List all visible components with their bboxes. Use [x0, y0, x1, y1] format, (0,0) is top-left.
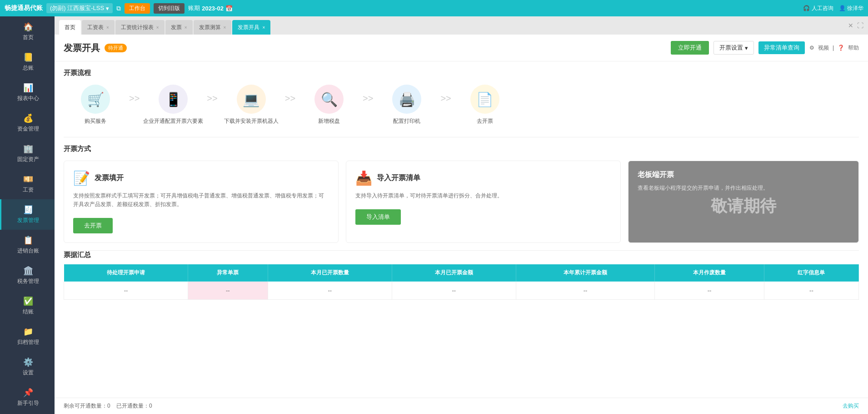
- user-profile[interactable]: 👤 徐泽华: [839, 5, 863, 12]
- download-label: 下载并安装开票机器人: [224, 117, 279, 125]
- footer-remain: 剩余可开通数量：0 已开通数量：0: [64, 402, 152, 410]
- fill-card-desc: 支持按照发票样式手工填写开发票；可开具增值税电子普通发票、增值税普通发票、增值税…: [73, 192, 329, 209]
- page-header: 发票开具 待开通 立即开通 开票设置 ▾ 异常清单查询 ⚙ 视频 | ❓: [55, 35, 868, 61]
- period-selector[interactable]: 账期 2023-02 📅: [188, 4, 233, 12]
- taxdisk-icon: 🔍: [314, 85, 344, 114]
- period-value: 2023-02: [202, 5, 224, 12]
- sidebar-item-label: 发票管理: [17, 217, 39, 224]
- tab-salary-table[interactable]: 工资表 ×: [82, 20, 115, 35]
- calendar-icon: 📅: [225, 5, 233, 12]
- import-card-header: 📥 导入开票清单: [355, 170, 611, 186]
- col-red: 红字信息单: [764, 264, 858, 282]
- tab-invoice-label: 发票: [171, 24, 182, 31]
- sidebar-item-ledger[interactable]: 📒 总账: [0, 47, 55, 77]
- tab-invoice-close[interactable]: ×: [185, 25, 187, 30]
- arrow-1: >>: [129, 93, 140, 104]
- open-invoice-label: 去开票: [477, 117, 493, 125]
- fill-card-icon: 📝: [73, 170, 90, 186]
- sidebar-item-invoice[interactable]: 🧾 发票管理: [0, 199, 55, 230]
- fill-card-title: 发票填开: [95, 173, 124, 183]
- chevron-down-icon: ▾: [745, 45, 748, 51]
- sidebar-item-reports[interactable]: 📊 报表中心: [0, 77, 55, 108]
- open-settings-button[interactable]: 开票设置 ▾: [713, 41, 754, 55]
- buy-service-icon: 🛒: [81, 85, 110, 114]
- sidebar-item-tax[interactable]: 🏛️ 税务管理: [0, 260, 55, 291]
- tab-invoice-tool-label: 发票开具: [238, 24, 259, 31]
- status-badge: 待开通: [105, 44, 127, 52]
- tab-invoice-calc-close[interactable]: ×: [224, 25, 226, 30]
- summary-table-header-row: 待处理开票申请 异常单票 本月已开票数量 本月已开票金额 本年累计开票金额 本月…: [64, 264, 859, 282]
- close-icon[interactable]: ✕: [848, 22, 853, 29]
- tab-salary-table-close[interactable]: ×: [106, 25, 109, 30]
- purchase-icon: 📋: [23, 235, 33, 245]
- page-header-actions: 立即开通 开票设置 ▾ 异常清单查询 ⚙ 视频 | ❓ 帮助: [671, 41, 859, 55]
- tab-salary-report[interactable]: 工资统计报表 ×: [115, 20, 165, 35]
- tab-bar: 首页 工资表 × 工资统计报表 × 发票 × 发票测算 × 发票开具 ×: [55, 16, 868, 35]
- tab-home[interactable]: 首页: [59, 20, 81, 35]
- sidebar-item-label: 结账: [23, 308, 34, 316]
- abnormal-query-button[interactable]: 异常清单查询: [758, 41, 805, 54]
- sidebar-item-funds[interactable]: 💰 资金管理: [0, 108, 55, 138]
- method-section-title: 开票方式: [64, 145, 859, 153]
- resize-icon[interactable]: ⛶: [857, 22, 863, 29]
- company-selector[interactable]: (勿副) 江西服宝-LSS ▾: [46, 3, 113, 13]
- go-invoice-button[interactable]: 去开票: [73, 218, 113, 233]
- sidebar-item-purchase[interactable]: 📋 进销台账: [0, 230, 55, 260]
- sidebar-item-archive[interactable]: 📁 归档管理: [0, 321, 55, 352]
- import-invoice-card: 📥 导入开票清单 支持导入待开票清单，可对待开票清单进行拆分、合并处理。 导入清…: [346, 161, 621, 243]
- footer-buy-link[interactable]: 去购买: [843, 402, 859, 410]
- summary-section: 票据汇总 待处理开票申请 异常单票 本月已开票数量 本月已开票金额 本年累计开票…: [55, 251, 868, 309]
- sidebar-item-home[interactable]: 🏠 首页: [0, 16, 55, 47]
- header-icons: ⚙ 视频 | ❓ 帮助: [809, 44, 859, 52]
- switch-old-button[interactable]: 切到旧版: [154, 3, 185, 14]
- old-invoice-card: 老板端开票 查看老板端小程序提交的开票申请，并作出相应处理。 敬请期待: [628, 161, 859, 243]
- sidebar-item-guide[interactable]: 📌 新手引导: [0, 382, 55, 413]
- views-label: 视频: [818, 44, 829, 52]
- sidebar: 🏠 首页 📒 总账 📊 报表中心 💰 资金管理 🏢 固定资产 💴 工资 🧾 发票…: [0, 16, 55, 414]
- tab-salary-report-label: 工资统计报表: [121, 24, 154, 31]
- import-list-button[interactable]: 导入清单: [355, 209, 401, 225]
- arrow-4: >>: [363, 93, 373, 104]
- tab-invoice[interactable]: 发票 ×: [165, 20, 193, 35]
- sidebar-item-salary[interactable]: 💴 工资: [0, 169, 55, 199]
- funds-icon: 💰: [23, 113, 33, 123]
- open-now-button[interactable]: 立即开通: [671, 41, 709, 55]
- page-content: 发票开具 待开通 立即开通 开票设置 ▾ 异常清单查询 ⚙ 视频 | ❓: [55, 35, 868, 398]
- sidebar-item-label: 设置: [23, 369, 34, 377]
- settings-icon: ⚙️: [23, 357, 33, 367]
- sidebar-item-label: 报表中心: [17, 95, 39, 102]
- assets-icon: 🏢: [23, 144, 33, 154]
- ledger-icon: 📒: [23, 52, 33, 62]
- val-month-amount: --: [392, 282, 516, 300]
- tab-invoice-tool-close[interactable]: ×: [262, 25, 265, 30]
- tab-salary-report-close[interactable]: ×: [156, 25, 159, 30]
- workbench-button[interactable]: 工作台: [125, 3, 150, 14]
- headset-icon: 🎧: [803, 5, 810, 11]
- tab-invoice-calc[interactable]: 发票测算 ×: [194, 20, 232, 35]
- val-month-count: --: [268, 282, 392, 300]
- col-year-amount: 本年累计开票金额: [516, 264, 654, 282]
- top-bar: 畅捷通易代账 (勿副) 江西服宝-LSS ▾ ⧉ 工作台 切到旧版 账期 202…: [0, 0, 868, 16]
- sidebar-item-assets[interactable]: 🏢 固定资产: [0, 138, 55, 169]
- footer-opened-label: 已开通数量：0: [116, 403, 152, 409]
- settings-circle-icon: ⚙: [809, 45, 814, 51]
- sidebar-item-label: 总账: [23, 64, 34, 72]
- download-icon: 💻: [237, 85, 266, 114]
- sidebar-item-settings[interactable]: ⚙️ 设置: [0, 352, 55, 382]
- buy-service-label: 购买服务: [85, 117, 106, 125]
- chevron-down-icon: ▾: [106, 5, 109, 12]
- sidebar-item-settlement[interactable]: ✅ 结账: [0, 291, 55, 321]
- flow-step-printer: 🖨️ 配置打印机: [375, 85, 439, 125]
- summary-title: 票据汇总: [64, 251, 859, 259]
- open-invoice-icon: 📄: [470, 85, 499, 114]
- flow-step-download: 💻 下载并安装开票机器人: [219, 85, 283, 125]
- val-red: --: [764, 282, 858, 300]
- consult-link[interactable]: 🎧 人工咨询: [803, 5, 833, 12]
- flow-step-config: 📱 企业开通配置开票六要素: [141, 85, 205, 125]
- copy-icon: ⧉: [116, 5, 121, 12]
- tax-icon: 🏛️: [23, 266, 33, 276]
- salary-icon: 💴: [23, 174, 33, 184]
- tab-invoice-tool[interactable]: 发票开具 ×: [232, 20, 270, 35]
- sidebar-item-label: 新手引导: [17, 399, 39, 407]
- flow-step-buy: 🛒 购买服务: [64, 85, 127, 125]
